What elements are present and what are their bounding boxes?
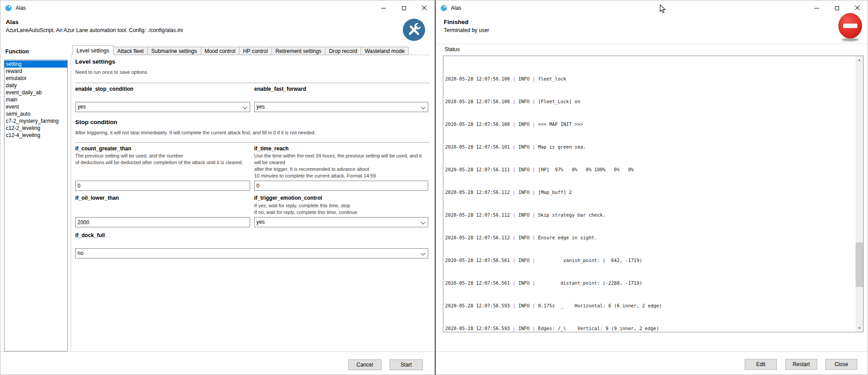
pipe-separator: |: [510, 303, 518, 308]
label-if-time-reach: if_time_reach: [254, 145, 288, 152]
chevron-down-icon: [421, 220, 426, 225]
function-list-item[interactable]: event: [4, 103, 67, 110]
settings-tab[interactable]: Wasteland mode: [361, 47, 409, 55]
pipe-separator: |: [530, 121, 538, 127]
pipe-separator: |: [530, 167, 538, 172]
function-list-item[interactable]: c12-2_leveling: [4, 125, 67, 132]
label-if-oil-lower-than: if_oil_lower_than: [75, 195, 119, 201]
log-line: 2020-05-28 12:07:56.100 | INFO | <<< MAP…: [445, 121, 854, 127]
function-list-item[interactable]: emulator: [4, 75, 67, 82]
no-entry-icon: [836, 12, 864, 42]
scrollbar-thumb[interactable]: [856, 242, 863, 287]
log-line: 2020-05-28 12:07:56.100 | INFO | fleet_l…: [445, 76, 854, 82]
log-line: 2020-05-28 12:07:56.561 | INFO | distant…: [445, 280, 854, 286]
chevron-down-icon: [421, 251, 426, 256]
scroll-down-icon[interactable]: ▼: [856, 324, 863, 332]
start-button[interactable]: Start: [389, 359, 423, 370]
function-list-item[interactable]: main: [4, 96, 67, 103]
combo-enable-stop-condition[interactable]: yes: [75, 102, 250, 112]
close-button[interactable]: [414, 0, 434, 16]
titlebar: Alas: [436, 0, 868, 16]
pipe-separator: |: [510, 121, 518, 127]
log-output[interactable]: 2020-05-28 12:07:56.100 | INFO | fleet_l…: [443, 56, 864, 332]
footer-separator: [0, 351, 434, 352]
pipe-separator: |: [510, 258, 518, 263]
close-icon: [422, 5, 427, 11]
pipe-separator: |: [510, 326, 518, 331]
settings-tab[interactable]: Level settings: [72, 45, 114, 55]
minimize-icon: [814, 8, 819, 8]
settings-tab[interactable]: Submarine settings: [148, 47, 201, 55]
maximize-icon: [835, 6, 839, 10]
pipe-separator: |: [530, 144, 538, 149]
settings-tab[interactable]: Drop record: [325, 47, 361, 55]
chevron-down-icon: [421, 105, 426, 109]
function-list[interactable]: setting reward emulator daily event_dail…: [4, 60, 68, 351]
settings-tabs: Level settings Attack fleet Submarine se…: [72, 45, 409, 55]
pipe-separator: |: [530, 326, 538, 331]
function-list-item[interactable]: c7-2_mystery_farming: [4, 117, 67, 125]
run-status-subtitle: Terminated by user: [444, 27, 489, 33]
separator: [75, 142, 430, 143]
status-window: Alas Finished Terminated by user Status …: [435, 0, 868, 375]
scroll-up-icon[interactable]: ▲: [856, 56, 863, 64]
status-label: Status: [445, 46, 460, 52]
log-level: INFO: [518, 258, 529, 263]
app-title: Alas: [6, 19, 19, 25]
edit-button[interactable]: Edit: [745, 359, 777, 370]
log-level: INFO: [518, 280, 529, 286]
log-level: INFO: [518, 235, 529, 240]
settings-tab[interactable]: Retirement settings: [272, 47, 325, 55]
settings-window: Alas Alas AzurLaneAutoScript, An Azur La…: [0, 0, 435, 375]
settings-tab[interactable]: Attack fleet: [114, 47, 147, 55]
pipe-separator: |: [530, 235, 538, 240]
log-scrollbar[interactable]: ▲ ▼: [856, 56, 863, 332]
pipe-separator: |: [510, 280, 518, 286]
input-if-oil-lower-than[interactable]: [75, 217, 250, 227]
label-enable-fast-forward: enable_fast_forward: [254, 86, 306, 92]
combo-enable-fast-forward[interactable]: yes: [254, 102, 428, 112]
footer-separator: [436, 351, 868, 352]
close-icon: [855, 5, 860, 11]
pipe-separator: |: [530, 280, 538, 286]
desc-if-time-reach: Use the time within the next 24 hours, t…: [254, 153, 430, 179]
function-list-item[interactable]: setting: [4, 60, 67, 68]
minimize-button[interactable]: [373, 0, 393, 16]
log-line: 2020-05-28 12:07:56.101 | INFO | Map is …: [445, 144, 854, 150]
log-line: 2020-05-28 12:07:56.561 | INFO | vanish_…: [445, 258, 854, 263]
pipe-separator: |: [510, 235, 518, 240]
minimize-button[interactable]: [806, 0, 827, 16]
desc-if-count-greater-than: The previous setting will be used, and t…: [75, 153, 251, 166]
label-if-trigger-emotion-control: if_trigger_emotion_control: [254, 195, 322, 201]
input-if-time-reach[interactable]: [254, 181, 428, 191]
log-level: INFO: [518, 76, 529, 81]
combo-if-dock-full[interactable]: no: [75, 248, 428, 258]
pipe-separator: |: [510, 167, 518, 172]
settings-tab[interactable]: Mood control: [201, 47, 239, 55]
cancel-button[interactable]: Cancel: [348, 359, 381, 370]
function-list-item[interactable]: c12-4_leveling: [4, 132, 67, 139]
section-title-level-settings: Level settings: [75, 58, 115, 65]
log-line: 2020-05-28 12:07:56.593 | INFO | Edges: …: [445, 326, 854, 331]
function-panel-label: Function: [5, 48, 29, 55]
desc-if-trigger-emotion-control: If yes, wait for reply, complete this ti…: [254, 202, 430, 216]
settings-tab[interactable]: HP control: [239, 47, 272, 55]
function-list-item[interactable]: semi_auto: [4, 110, 67, 117]
close-window-button[interactable]: Close: [825, 359, 857, 370]
label-enable-stop-condition: enable_stop_condition: [75, 86, 134, 92]
separator: [75, 83, 430, 83]
log-line: 2020-05-28 12:07:56.112 | INFO | Skip st…: [445, 212, 854, 218]
maximize-button[interactable]: [393, 0, 414, 16]
pipe-separator: |: [510, 76, 518, 81]
log-level: INFO: [518, 326, 529, 331]
function-list-item[interactable]: daily: [4, 82, 67, 89]
function-list-item[interactable]: reward: [4, 68, 67, 75]
function-list-item[interactable]: event_daily_ab: [4, 89, 67, 96]
restart-button[interactable]: Restart: [785, 359, 817, 370]
combo-if-trigger-emotion-control[interactable]: yes: [254, 217, 428, 227]
log-line: 2020-05-28 12:07:56.593 | INFO | 0.175s …: [445, 303, 854, 309]
log-level: INFO: [518, 190, 529, 195]
input-if-count-greater-than[interactable]: [75, 181, 250, 191]
alas-app-icon: [5, 4, 12, 12]
pipe-separator: |: [530, 212, 538, 218]
